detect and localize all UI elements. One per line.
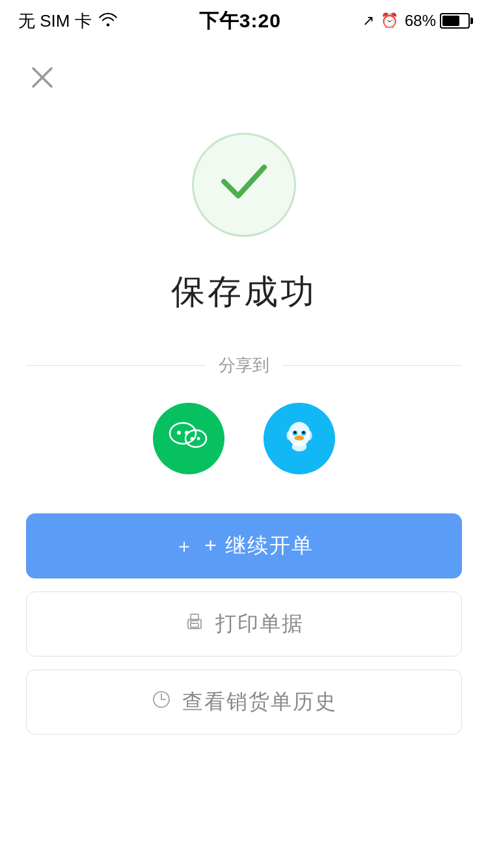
svg-point-4 xyxy=(177,431,181,435)
alarm-icon: ⏰ xyxy=(381,12,398,29)
close-button-row xyxy=(26,42,462,107)
print-label: 打印单据 xyxy=(215,610,304,638)
status-right: ↗ ⏰ 68% xyxy=(362,12,470,30)
svg-point-2 xyxy=(170,423,196,444)
history-icon xyxy=(151,689,172,715)
divider-line-right xyxy=(282,365,462,366)
share-wechat-button[interactable] xyxy=(153,403,224,474)
share-label: 分享到 xyxy=(219,354,269,377)
print-icon xyxy=(184,612,205,637)
success-title: 保存成功 xyxy=(171,269,317,315)
checkmark-icon xyxy=(215,152,273,219)
battery-icon xyxy=(440,13,470,29)
share-divider: 分享到 xyxy=(26,354,462,377)
wifi-icon xyxy=(98,11,118,31)
history-label: 查看销货单历史 xyxy=(182,688,337,716)
success-circle xyxy=(192,133,296,237)
svg-rect-19 xyxy=(191,623,198,627)
svg-point-20 xyxy=(190,621,192,623)
continue-order-icon: ＋ xyxy=(174,533,194,560)
svg-point-12 xyxy=(303,431,305,434)
share-section: 分享到 xyxy=(26,354,462,474)
location-icon: ↗ xyxy=(362,12,374,29)
action-buttons: ＋ + 继续开单 打印单据 查看销货单历史 xyxy=(26,513,462,735)
close-button[interactable] xyxy=(26,61,59,94)
svg-point-15 xyxy=(306,431,312,441)
continue-order-label: + 继续开单 xyxy=(204,532,314,560)
share-icons xyxy=(26,403,462,474)
svg-point-14 xyxy=(286,431,292,441)
svg-point-6 xyxy=(191,437,194,441)
svg-point-16 xyxy=(292,442,307,452)
continue-order-button[interactable]: ＋ + 继续开单 xyxy=(26,513,462,578)
share-qq-button[interactable] xyxy=(264,403,335,474)
svg-point-5 xyxy=(185,431,189,435)
svg-point-7 xyxy=(197,437,200,441)
svg-point-11 xyxy=(294,431,297,434)
print-button[interactable]: 打印单据 xyxy=(26,591,462,657)
svg-point-13 xyxy=(294,435,304,441)
carrier-label: 无 SIM 卡 xyxy=(18,10,92,33)
divider-line-left xyxy=(26,365,206,366)
history-button[interactable]: 查看销货单历史 xyxy=(26,670,462,735)
battery-percent: 68% xyxy=(405,12,436,30)
status-time: 下午3:20 xyxy=(199,8,281,34)
status-left: 无 SIM 卡 xyxy=(18,10,118,33)
battery-indicator: 68% xyxy=(405,12,470,30)
status-bar: 无 SIM 卡 下午3:20 ↗ ⏰ 68% xyxy=(0,0,488,42)
main-content: 保存成功 分享到 xyxy=(0,42,488,868)
